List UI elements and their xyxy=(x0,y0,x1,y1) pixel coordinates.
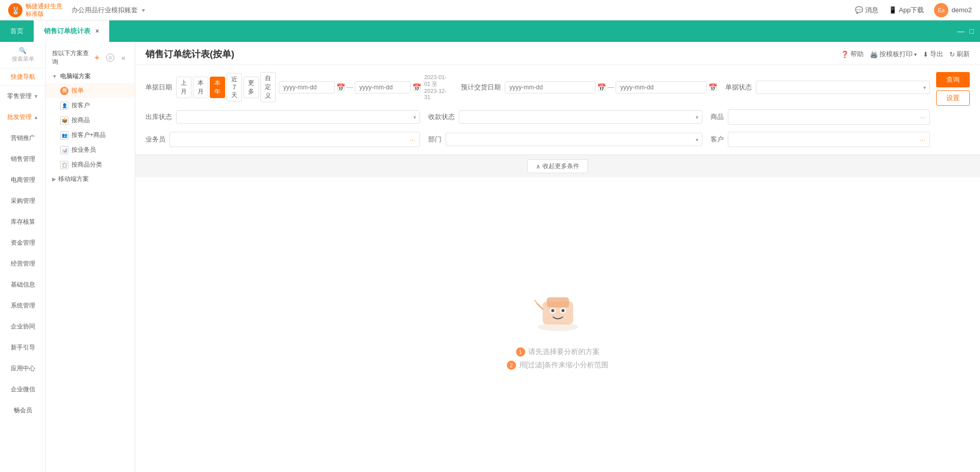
sidebar-item-ecommerce[interactable]: 电商管理 xyxy=(0,170,45,191)
filter-row-1: 单据日期 上月 本月 本年 近7天 更多 自定义 xyxy=(145,72,930,102)
scheme-item-by-customer-goods[interactable]: 👥 按客户+商品 xyxy=(46,128,135,143)
sidebar-item-wholesale[interactable]: 批发管理 ▲ xyxy=(0,107,45,128)
scheme-item-by-goods[interactable]: 📦 按商品 xyxy=(46,113,135,128)
mobile-scheme-group[interactable]: ▶ 移动端方案 xyxy=(46,172,135,186)
sidebar-item-appcenter[interactable]: 应用中心 xyxy=(0,358,45,379)
logo-icon: 🐰 xyxy=(8,3,22,17)
sidebar-search[interactable]: 🔍 搜索菜单 xyxy=(0,42,45,68)
customer-label: 客户 xyxy=(710,135,724,144)
date-label: 单据日期 xyxy=(145,83,172,92)
page-actions: ❓ 帮助 🖨️ 按模板打印 ▾ ⬇ 导出 ↻ 刷新 xyxy=(841,50,970,59)
filter-main: 单据日期 上月 本月 本年 近7天 更多 自定义 xyxy=(145,72,930,147)
department-select[interactable] xyxy=(446,133,703,146)
tab-active[interactable]: 销售订单统计表 × xyxy=(34,20,109,42)
retail-arrow: ▼ xyxy=(34,93,39,99)
app-download-btn[interactable]: 📱 App下载 xyxy=(889,6,924,15)
expected-date-start[interactable] xyxy=(505,81,596,93)
date-end-input[interactable] xyxy=(355,81,411,93)
empty-hint-1: 1 请先选择要分析的方案 xyxy=(516,347,600,357)
this-month-btn[interactable]: 本月 xyxy=(193,77,208,98)
left-panel-icons: + ⊙ « xyxy=(92,53,129,63)
sidebar-item-newguide[interactable]: 新手引导 xyxy=(0,337,45,358)
refresh-btn[interactable]: ↻ 刷新 xyxy=(949,50,970,59)
scheme-item-by-category[interactable]: 📋 按商品分类 xyxy=(46,157,135,172)
expected-date-end[interactable] xyxy=(616,81,706,93)
sidebar-item-wechat[interactable]: 企业微信 xyxy=(0,379,45,400)
expected-date-label: 预计交货日期 xyxy=(461,83,501,92)
expected-cal-start[interactable]: 📅 xyxy=(597,83,606,91)
sidebar-item-marketing[interactable]: 营销推广 xyxy=(0,128,45,149)
scheme-cg-icon: 👥 xyxy=(60,131,68,139)
settings-button[interactable]: 设置 xyxy=(936,90,970,106)
scheme-sales-icon: 📊 xyxy=(60,146,68,154)
filter-row-3: 业务员 ··· 部门 xyxy=(145,132,930,147)
sidebar-item-sales[interactable]: 销售管理 xyxy=(0,149,45,170)
wholesale-arrow: ▲ xyxy=(34,114,39,120)
left-panel: 按以下方案查询 + ⊙ « ▼ 电脑端方案 按 xyxy=(46,42,135,472)
edit-scheme-btn[interactable]: ⊙ xyxy=(105,53,115,63)
sidebar-quick-nav[interactable]: 快捷导航 xyxy=(0,68,45,86)
salesperson-label: 业务员 xyxy=(145,135,165,144)
svg-point-5 xyxy=(551,309,554,312)
scheme-customer-icon: 👤 xyxy=(60,102,68,110)
last7-btn[interactable]: 近7天 xyxy=(227,73,242,102)
collapse-panel-btn[interactable]: « xyxy=(118,53,129,63)
left-panel-header: 按以下方案查询 + ⊙ « xyxy=(46,46,135,69)
scheme-item-by-salesperson[interactable]: 📊 按业务员 xyxy=(46,143,135,157)
calendar-icon-start[interactable]: 📅 xyxy=(336,83,345,91)
expected-dash: — xyxy=(607,83,614,91)
goods-label: 商品 xyxy=(710,112,724,122)
filter-side-buttons: 查询 设置 xyxy=(930,72,970,106)
calendar-icon-end[interactable]: 📅 xyxy=(412,83,421,91)
sidebar-item-finance[interactable]: 资金管理 xyxy=(0,232,45,253)
date-start-input[interactable] xyxy=(279,81,335,93)
help-btn[interactable]: ❓ 帮助 xyxy=(841,50,864,59)
tab-home[interactable]: 首页 xyxy=(0,20,34,42)
scheme-item-by-order[interactable]: 按 按单 xyxy=(46,83,135,98)
empty-illustration xyxy=(527,276,589,337)
collapse-conditions-btn[interactable]: ∧ 收起更多条件 xyxy=(527,159,588,173)
tab-minimize-btn[interactable]: — xyxy=(958,27,965,35)
refresh-icon: ↻ xyxy=(949,51,955,58)
ship-status-select[interactable] xyxy=(176,110,420,124)
scheme-item-by-customer[interactable]: 👤 按客户 xyxy=(46,98,135,113)
more-btn[interactable]: 更多 xyxy=(243,77,259,98)
salesperson-dots-btn[interactable]: ··· xyxy=(410,136,415,144)
logo-area: 🐰 畅捷通好生意 标准版 xyxy=(8,3,62,17)
filter-row-2: 出库状态 ▾ 收款状态 xyxy=(145,109,930,125)
sidebar-item-operations[interactable]: 经营管理 xyxy=(0,253,45,274)
pc-scheme-group[interactable]: ▼ 电脑端方案 xyxy=(46,69,135,83)
sidebar-item-collab[interactable]: 企业协同 xyxy=(0,316,45,337)
empty-hint-2: 2 用[过滤]条件来缩小分析范围 xyxy=(507,361,609,370)
page-title: 销售订单统计表(按单) xyxy=(145,48,234,60)
logo-text: 畅捷通好生意 标准版 xyxy=(26,3,62,17)
prev-month-btn[interactable]: 上月 xyxy=(176,77,191,98)
sidebar: 🔍 搜索菜单 快捷导航 零售管理 ▼ 批发管理 ▲ 营销推广 销售管理 电商管理… xyxy=(0,42,46,472)
add-scheme-btn[interactable]: + xyxy=(92,53,102,63)
content-area: 按以下方案查询 + ⊙ « ▼ 电脑端方案 按 xyxy=(46,42,980,472)
right-panel: 销售订单统计表(按单) ❓ 帮助 🖨️ 按模板打印 ▾ ⬇ 导出 xyxy=(135,42,980,472)
customer-dots-btn[interactable]: ··· xyxy=(920,136,925,144)
payment-status-select[interactable] xyxy=(459,110,703,124)
query-button[interactable]: 查询 xyxy=(936,72,970,87)
expected-cal-end[interactable]: 📅 xyxy=(708,83,717,91)
top-bar-dropdown-arrow[interactable]: ▾ xyxy=(142,7,145,14)
goods-dots-btn[interactable]: ··· xyxy=(920,113,925,121)
sidebar-item-retail[interactable]: 零售管理 ▼ xyxy=(0,86,45,107)
template-print-btn[interactable]: 🖨️ 按模板打印 ▾ xyxy=(870,50,917,59)
sidebar-item-inventory[interactable]: 库存核算 xyxy=(0,211,45,232)
tab-close-btn[interactable]: × xyxy=(95,28,99,35)
message-btn[interactable]: 💬 消息 xyxy=(855,6,878,15)
scheme-goods-icon: 📦 xyxy=(60,116,68,125)
custom-btn[interactable]: 自定义 xyxy=(260,72,276,102)
svg-rect-2 xyxy=(547,297,569,308)
this-year-btn[interactable]: 本年 xyxy=(210,77,225,98)
doc-status-select[interactable] xyxy=(756,81,930,94)
tab-maximize-btn[interactable]: □ xyxy=(970,27,974,35)
sidebar-item-purchase[interactable]: 采购管理 xyxy=(0,191,45,211)
export-btn[interactable]: ⬇ 导出 xyxy=(923,50,943,59)
sidebar-item-sysadmin[interactable]: 系统管理 xyxy=(0,295,45,316)
sidebar-item-basicinfo[interactable]: 基础信息 xyxy=(0,274,45,295)
sidebar-item-member[interactable]: 畅会员 xyxy=(0,400,45,421)
user-area[interactable]: Ea demo2 xyxy=(934,3,972,17)
